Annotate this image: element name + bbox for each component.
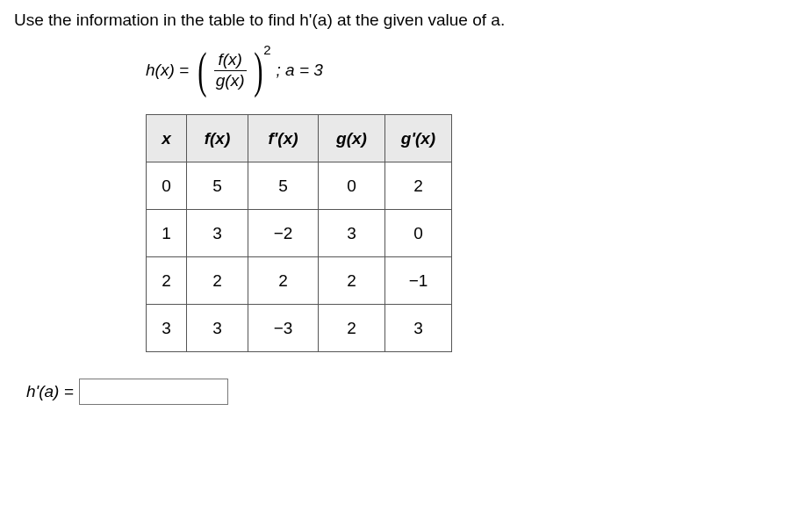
cell: 5 [248,162,319,210]
table-row: 0 5 5 0 2 [147,162,452,210]
data-table-wrap: x f(x) f'(x) g(x) g'(x) 0 5 5 0 2 1 3 −2… [146,114,798,352]
cell: 3 [147,305,187,352]
cell: 0 [319,162,385,210]
cell: 0 [385,210,452,257]
fraction: f(x) g(x) [211,50,250,91]
col-header-x: x [147,115,187,162]
col-header-gx: g(x) [319,115,385,162]
answer-row: h'(a) = [26,379,798,405]
cell: 3 [187,305,248,352]
fraction-group: ( f(x) g(x) ) 2 [194,46,270,95]
cell: 1 [147,210,187,257]
cell: 3 [187,210,248,257]
cell: 2 [319,257,385,305]
table-row: 3 3 −3 2 3 [147,305,452,352]
fraction-denominator: g(x) [214,70,247,90]
cell: 2 [187,257,248,305]
cell: 3 [385,305,452,352]
cell: −2 [248,210,319,257]
formula-suffix: ; a = 3 [277,61,323,80]
table-header-row: x f(x) f'(x) g(x) g'(x) [147,115,452,162]
table-row: 2 2 2 2 −1 [147,257,452,305]
formula-lhs: h(x) = [146,61,189,80]
problem-prompt: Use the information in the table to find… [14,11,798,30]
data-table: x f(x) f'(x) g(x) g'(x) 0 5 5 0 2 1 3 −2… [146,114,452,352]
prompt-text: Use the information in the table to find… [14,11,505,29]
right-paren: ) [254,46,262,95]
formula: h(x) = ( f(x) g(x) ) 2 ; a = 3 [146,46,798,95]
cell: 0 [147,162,187,210]
answer-label: h'(a) = [26,382,74,401]
col-header-gpx: g'(x) [385,115,452,162]
col-header-fpx: f'(x) [248,115,319,162]
cell: −1 [385,257,452,305]
cell: 3 [319,210,385,257]
left-paren: ( [198,46,206,95]
cell: 2 [248,257,319,305]
cell: 2 [319,305,385,352]
cell: 5 [187,162,248,210]
cell: −3 [248,305,319,352]
cell: 2 [147,257,187,305]
table-row: 1 3 −2 3 0 [147,210,452,257]
cell: 2 [385,162,452,210]
answer-input[interactable] [79,379,228,405]
col-header-fx: f(x) [187,115,248,162]
fraction-numerator: f(x) [216,51,243,70]
exponent: 2 [263,42,270,57]
